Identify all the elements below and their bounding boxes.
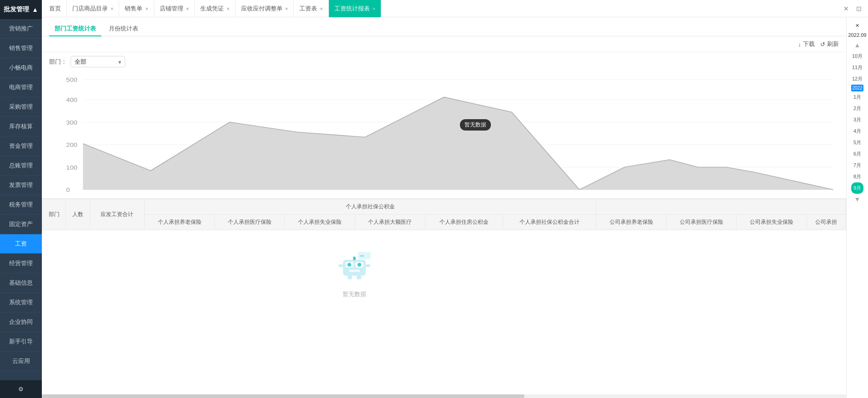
svg-rect-18 (353, 257, 356, 260)
sidebar-item-系统管理[interactable]: 系统管理 (0, 293, 42, 312)
svg-rect-22 (357, 276, 361, 279)
tab-close-icon[interactable]: × (111, 6, 113, 11)
tab-首页[interactable]: 首页 (44, 0, 67, 17)
tab-close-icon[interactable]: × (145, 6, 148, 11)
sidebar-item-新手引导[interactable]: 新手引导 (0, 332, 42, 352)
tab-label: 销售单 (125, 5, 142, 13)
main-area: 首页门店商品目录×销售单×店铺管理×生成凭证×应收应付调整单×工资表×工资统计报… (42, 0, 868, 398)
sidebar-item-固定资产[interactable]: 固定资产 (0, 215, 42, 234)
timeline-panel: ✕ 2022.09 ▲ 10月11月12月20221月2月3月4月5月6月7月8… (846, 17, 868, 398)
th-personal-total: 个人承担社保公积金合计 (503, 215, 596, 230)
timeline-item-1月[interactable]: 1月 (851, 91, 863, 103)
svg-text:200: 200 (66, 141, 77, 148)
tab-工资统计报表[interactable]: 工资统计报表× (329, 0, 381, 17)
toolbar: ↓ 下载 ↺ 刷新 (42, 36, 846, 52)
th-personal-unemployment: 个人承担失业保险 (285, 215, 355, 230)
svg-text:400: 400 (66, 96, 77, 103)
table-area[interactable]: 部门 人数 应发工资合计 个人承担社保公积金 个人承担养老保险 个人承担医疗保险… (42, 198, 846, 394)
svg-rect-21 (348, 276, 352, 279)
sidebar-item-税务管理[interactable]: 税务管理 (0, 195, 42, 215)
timeline-item-11月[interactable]: 11月 (851, 62, 863, 73)
tab-label: 生成凭证 (200, 5, 224, 13)
svg-rect-20 (366, 264, 370, 267)
sidebar-item-云应用[interactable]: 云应用 (0, 352, 42, 371)
sidebar-item-总账管理[interactable]: 总账管理 (0, 156, 42, 176)
download-button[interactable]: ↓ 下载 (798, 40, 815, 48)
timeline-item-6月[interactable]: 6月 (851, 148, 863, 160)
sub-tab-部门工资统计表[interactable]: 部门工资统计表 (49, 22, 101, 36)
timeline-close[interactable]: ✕ (847, 21, 868, 30)
settings-icon: ⚙ (18, 386, 24, 393)
sidebar-item-工资[interactable]: 工资 (0, 234, 42, 254)
dept-select[interactable]: 全部销售部采购部财务部人事部 (71, 56, 125, 67)
tab-工资表[interactable]: 工资表× (294, 0, 328, 17)
download-label: 下载 (803, 40, 815, 48)
svg-text:0: 0 (66, 186, 70, 193)
chart-no-data-tooltip: 暂无数据 (460, 119, 491, 131)
data-table: 部门 人数 应发工资合计 个人承担社保公积金 个人承担养老保险 个人承担医疗保险… (42, 199, 846, 317)
tab-应收应付调整单[interactable]: 应收应付调整单× (236, 0, 294, 17)
sub-tabs: 部门工资统计表月份统计表 (42, 17, 846, 36)
tab-门店商品目录[interactable]: 门店商品目录× (67, 0, 119, 17)
th-personal-big-medical: 个人承担大额医疗 (355, 215, 425, 230)
timeline-item-2月[interactable]: 2月 (851, 103, 863, 114)
timeline-nav-up[interactable]: ▲ (852, 40, 863, 50)
tab-close-icon[interactable]: × (320, 6, 323, 11)
th-company-insurance (596, 199, 846, 215)
timeline-item-12月[interactable]: 12月 (851, 73, 863, 85)
sidebar-item-销售管理[interactable]: 销售管理 (0, 39, 42, 58)
sidebar-header[interactable]: 批发管理 ▲ (0, 0, 42, 19)
timeline-item-2022[interactable]: 2022 (851, 85, 863, 91)
th-company-unemployment: 公司承担失业保险 (737, 215, 807, 230)
svg-text:•••: ••• (360, 254, 364, 258)
timeline-item-4月[interactable]: 4月 (851, 126, 863, 137)
horizontal-scrollbar[interactable] (42, 394, 846, 398)
tab-close-icon[interactable]: × (227, 6, 229, 11)
sidebar-item-电商管理[interactable]: 电商管理 (0, 78, 42, 97)
content-area: 部门工资统计表月份统计表 ↓ 下载 ↺ 刷新 部门： 全部销售部采购部财务部人事… (42, 17, 868, 398)
tab-close-icon[interactable]: × (285, 6, 288, 11)
timeline-item-8月[interactable]: 8月 (851, 171, 863, 182)
dept-select-wrapper: 全部销售部采购部财务部人事部 (71, 56, 125, 67)
tab-label: 首页 (49, 5, 61, 13)
tab-销售单[interactable]: 销售单× (119, 0, 154, 17)
th-company-other: 公司承担 (807, 215, 846, 230)
th-salary: 应发工资合计 (90, 199, 144, 230)
tab-label: 店铺管理 (160, 5, 183, 13)
tab-店铺管理[interactable]: 店铺管理× (154, 0, 195, 17)
svg-text:500: 500 (66, 76, 77, 83)
sidebar-item-发票管理[interactable]: 发票管理 (0, 176, 42, 195)
dept-filter-label: 部门： (49, 58, 67, 66)
timeline-item-3月[interactable]: 3月 (851, 114, 863, 126)
sidebar-item-营销推广[interactable]: 营销推广 (0, 19, 42, 39)
timeline-year-label: 2022.09 (847, 30, 868, 40)
timeline-item-7月[interactable]: 7月 (851, 160, 863, 171)
tab-bar-actions: ✕ ⊡ (841, 3, 868, 14)
tab-close-icon[interactable]: × (373, 6, 375, 11)
sidebar-settings-button[interactable]: ⚙ (0, 380, 42, 398)
sidebar-item-基础信息[interactable]: 基础信息 (0, 273, 42, 293)
refresh-button[interactable]: ↺ 刷新 (820, 40, 839, 48)
svg-text:100: 100 (66, 164, 77, 171)
sidebar-item-企业协同[interactable]: 企业协同 (0, 312, 42, 332)
sidebar-item-资金管理[interactable]: 资金管理 (0, 136, 42, 156)
sidebar-item-经营管理[interactable]: 经营管理 (0, 254, 42, 273)
timeline-item-9月[interactable]: 9月 (851, 182, 863, 194)
timeline-item-5月[interactable]: 5月 (851, 137, 863, 148)
close-all-button[interactable]: ✕ (841, 3, 852, 14)
th-personal-housing: 个人承担住房公积金 (425, 215, 503, 230)
restore-button[interactable]: ⊡ (853, 3, 864, 14)
sidebar-item-小畅电商[interactable]: 小畅电商 (0, 58, 42, 78)
th-company-pension: 公司承担养老保险 (596, 215, 666, 230)
scroll-thumb (42, 394, 525, 398)
th-personal-pension: 个人承担养老保险 (144, 215, 214, 230)
timeline-item-10月[interactable]: 10月 (851, 50, 863, 62)
sidebar-item-采购管理[interactable]: 采购管理 (0, 97, 42, 117)
refresh-icon: ↺ (820, 41, 825, 48)
tab-close-icon[interactable]: × (186, 6, 189, 11)
sub-tab-月份统计表[interactable]: 月份统计表 (103, 22, 144, 36)
tab-生成凭证[interactable]: 生成凭证× (195, 0, 235, 17)
sidebar-item-库存核算[interactable]: 库存核算 (0, 117, 42, 136)
tab-label: 应收应付调整单 (241, 5, 283, 13)
timeline-nav-down[interactable]: ▼ (852, 194, 863, 205)
